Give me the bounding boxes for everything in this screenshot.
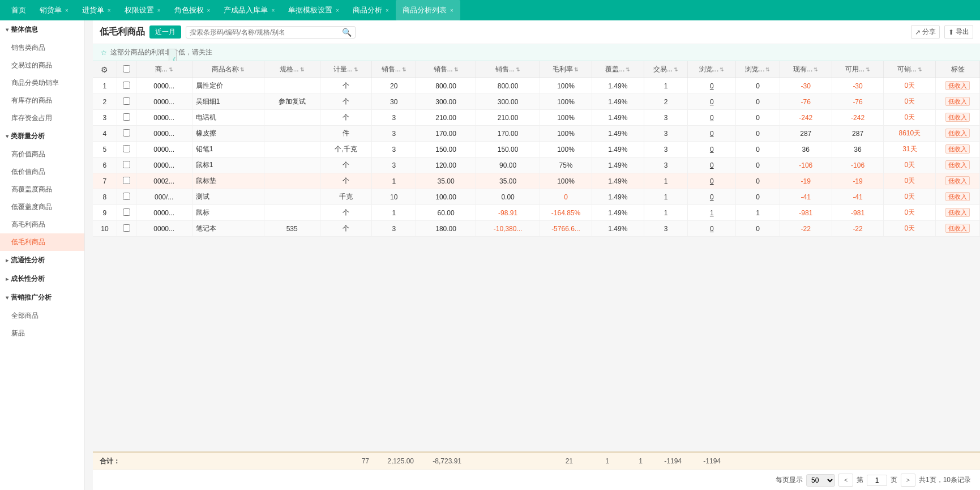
row-checkbox[interactable]: [123, 82, 130, 89]
select-all-checkbox[interactable]: [123, 65, 130, 73]
th-cover[interactable]: 覆盖...⇅: [592, 61, 644, 78]
sidebar-group-marketing[interactable]: ▾ 营销推广分析: [0, 288, 84, 307]
nav-sales[interactable]: 销货单 ×: [33, 0, 75, 20]
th-sal1[interactable]: 销售...⇅: [372, 61, 416, 78]
nav-analysis-list[interactable]: 商品分析列表 ×: [396, 0, 460, 20]
th-trade[interactable]: 交易...⇅: [644, 61, 688, 78]
nav-home[interactable]: 首页: [5, 0, 33, 20]
th-stock3[interactable]: 可销...⇅: [884, 61, 936, 78]
share-button[interactable]: ↗ 分享: [911, 25, 940, 39]
th-tag[interactable]: 标签: [936, 61, 980, 78]
row-checkbox-cell[interactable]: [117, 205, 136, 221]
th-browse1[interactable]: 浏览...⇅: [688, 61, 736, 78]
data-table: ⚙ 商...⇅ 商品名称⇅ 规格...⇅ 计量...⇅ 销售...⇅ 销售...…: [93, 61, 980, 237]
sidebar-item-low-cover[interactable]: 低覆盖度商品: [0, 198, 84, 216]
row-checkbox[interactable]: [123, 177, 130, 184]
row-checkbox-cell[interactable]: [117, 126, 136, 142]
row-checkbox-cell[interactable]: [117, 189, 136, 205]
sidebar-item-low-value[interactable]: 低价值商品: [0, 163, 84, 181]
th-code[interactable]: 商...⇅: [136, 61, 192, 78]
th-sal2[interactable]: 销售...⇅: [416, 61, 476, 78]
row-browse1[interactable]: 0: [688, 221, 736, 237]
th-stock1[interactable]: 现有...⇅: [780, 61, 832, 78]
footer-label: 合计：: [100, 457, 120, 466]
row-browse1[interactable]: 0: [688, 189, 736, 205]
sidebar-item-stock-goods[interactable]: 有库存的商品: [0, 92, 84, 109]
row-browse1[interactable]: 0: [688, 78, 736, 94]
sidebar-item-low-margin[interactable]: 低毛利商品: [0, 233, 84, 251]
th-sal3[interactable]: 销售...⇅: [476, 61, 540, 78]
row-checkbox[interactable]: [123, 193, 130, 200]
row-stock2: -30: [832, 78, 884, 94]
row-browse1[interactable]: 0: [688, 110, 736, 126]
nav-template-close[interactable]: ×: [336, 7, 339, 14]
nav-template[interactable]: 单据模板设置 ×: [281, 0, 346, 20]
nav-role-close[interactable]: ×: [207, 7, 211, 14]
sidebar-item-high-value[interactable]: 高价值商品: [0, 146, 84, 163]
row-trade: 1: [644, 78, 688, 94]
row-browse1[interactable]: 0: [688, 94, 736, 110]
sidebar-item-new-goods[interactable]: 新品: [0, 325, 84, 342]
sidebar-group-cluster[interactable]: ▾ 类群量分析: [0, 127, 84, 146]
nav-analysis[interactable]: 商品分析 ×: [346, 0, 396, 20]
row-unit: 个: [320, 110, 372, 126]
nav-purchase-close[interactable]: ×: [108, 7, 111, 14]
row-checkbox-cell[interactable]: [117, 94, 136, 110]
nav-role[interactable]: 角色授权 ×: [168, 0, 217, 20]
nav-analysis-list-close[interactable]: ×: [450, 7, 453, 14]
th-margin[interactable]: 毛利率⇅: [540, 61, 592, 78]
page-number-input[interactable]: [867, 475, 887, 486]
row-browse1[interactable]: 0: [688, 142, 736, 157]
row-browse1[interactable]: 0: [688, 173, 736, 189]
sidebar-item-high-margin[interactable]: 高毛利商品: [0, 216, 84, 233]
row-unit: 个: [320, 94, 372, 110]
row-checkbox[interactable]: [123, 129, 130, 137]
sidebar-item-high-cover[interactable]: 高覆盖度商品: [0, 181, 84, 198]
row-browse1[interactable]: 0: [688, 126, 736, 142]
prev-page-button[interactable]: ＜: [838, 474, 853, 487]
filter-button[interactable]: 近一月: [149, 25, 181, 39]
row-browse1[interactable]: 1: [688, 205, 736, 221]
row-checkbox-cell[interactable]: [117, 78, 136, 94]
nav-analysis-close[interactable]: ×: [386, 7, 389, 14]
th-unit[interactable]: 计量...⇅: [320, 61, 372, 78]
sidebar-item-capital[interactable]: 库存资金占用: [0, 109, 84, 127]
row-checkbox[interactable]: [123, 113, 130, 121]
search-icon[interactable]: 🔍: [342, 28, 352, 37]
next-page-button[interactable]: ＞: [901, 474, 915, 487]
nav-permission[interactable]: 权限设置 ×: [118, 0, 168, 20]
row-checkbox-cell[interactable]: [117, 110, 136, 126]
export-button[interactable]: ⬆ 导出: [944, 25, 973, 39]
nav-product-entry[interactable]: 产成品入库单 ×: [217, 0, 281, 20]
row-checkbox-cell[interactable]: [117, 157, 136, 173]
row-checkbox-cell[interactable]: [117, 221, 136, 237]
search-input[interactable]: [190, 28, 342, 36]
th-spec[interactable]: 规格...⇅: [264, 61, 320, 78]
row-browse1[interactable]: 0: [688, 157, 736, 173]
sidebar-item-traded-goods[interactable]: 交易过的商品: [0, 57, 84, 74]
row-checkbox-cell[interactable]: [117, 173, 136, 189]
row-checkbox-cell[interactable]: [117, 142, 136, 157]
sidebar-item-all-goods[interactable]: 全部商品: [0, 307, 84, 325]
th-gear[interactable]: ⚙: [93, 61, 117, 78]
row-checkbox[interactable]: [123, 97, 130, 105]
nav-permission-close[interactable]: ×: [157, 7, 161, 14]
th-checkbox[interactable]: [117, 61, 136, 78]
row-checkbox[interactable]: [123, 145, 130, 152]
row-checkbox[interactable]: [123, 208, 130, 216]
sidebar-group-overall[interactable]: ▾ 整体信息: [0, 20, 84, 39]
nav-sales-close[interactable]: ×: [65, 7, 69, 14]
nav-product-entry-close[interactable]: ×: [271, 7, 275, 14]
page-size-select[interactable]: 50 100 200: [806, 474, 835, 487]
sidebar-group-flow[interactable]: ▸ 流通性分析: [0, 251, 84, 270]
sidebar-item-category-rate[interactable]: 商品分类助销率: [0, 74, 84, 92]
nav-purchase[interactable]: 进货单 ×: [75, 0, 118, 20]
sidebar-item-sales-goods[interactable]: 销售类商品: [0, 39, 84, 57]
row-sal2: 300.00: [416, 94, 476, 110]
sidebar-group-growth[interactable]: ▸ 成长性分析: [0, 270, 84, 288]
th-name[interactable]: 商品名称⇅: [192, 61, 264, 78]
th-browse2[interactable]: 浏览...⇅: [736, 61, 780, 78]
row-checkbox[interactable]: [123, 224, 130, 232]
th-stock2[interactable]: 可用...⇅: [832, 61, 884, 78]
row-checkbox[interactable]: [123, 161, 130, 168]
